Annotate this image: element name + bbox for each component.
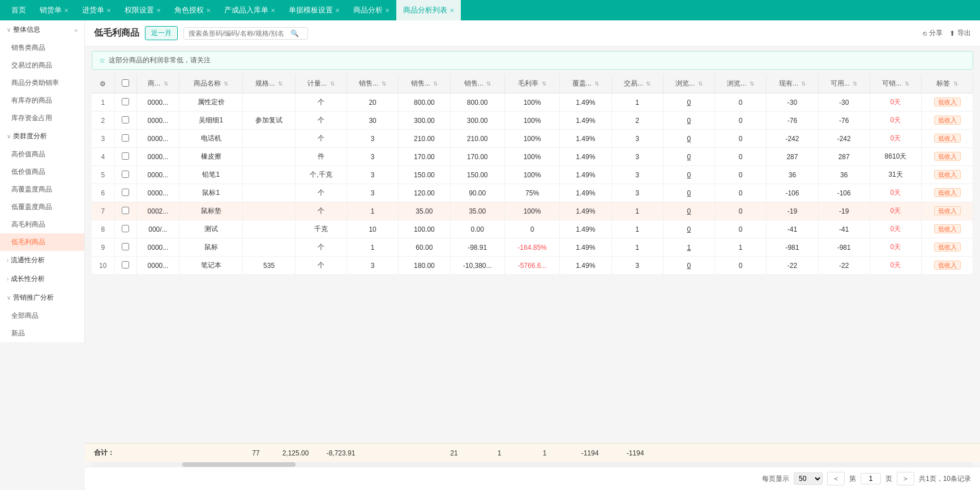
col-code[interactable]: 商... ⇅ <box>136 74 179 93</box>
row-checkbox[interactable] <box>114 257 136 275</box>
col-gross-margin[interactable]: 毛利率 ⇅ <box>504 74 559 93</box>
row-name: 测试 <box>179 220 243 238</box>
nav-item-home[interactable]: 首页 <box>5 0 33 20</box>
prev-page-button[interactable]: ＜ <box>827 472 845 485</box>
sidebar-item-high-margin[interactable]: 高毛利商品 <box>0 216 84 233</box>
scrollbar-thumb[interactable] <box>182 462 296 467</box>
nav-item-permission[interactable]: 权限设置 ✕ <box>118 0 168 20</box>
row-checkbox[interactable] <box>114 130 136 148</box>
row-unit: 个 <box>295 202 346 220</box>
sidebar-item-in-stock[interactable]: 有库存的商品 <box>0 92 84 109</box>
col-available[interactable]: 可用... ⇅ <box>818 74 870 93</box>
row-checkbox[interactable] <box>114 148 136 166</box>
row-checkbox[interactable] <box>114 238 136 257</box>
row-spec <box>243 93 295 112</box>
row-sales-profit: -10,380... <box>450 257 504 275</box>
next-page-button[interactable]: ＞ <box>897 472 914 485</box>
col-name[interactable]: 商品名称 ⇅ <box>179 74 243 93</box>
row-browse1[interactable]: 0 <box>663 148 714 166</box>
row-browse1[interactable]: 0 <box>663 93 714 112</box>
sidebar-section-marketing[interactable]: ∨ 营销推广分析 <box>0 288 84 307</box>
chevron-down-icon: ∨ <box>7 295 11 301</box>
nav-item-product-instock[interactable]: 产成品入库单 ✕ <box>217 0 282 20</box>
row-browse1[interactable]: 1 <box>663 238 714 257</box>
row-browse1[interactable]: 0 <box>663 112 714 130</box>
export-button[interactable]: ⬆ 导出 <box>949 28 971 38</box>
collapse-icon[interactable]: « <box>74 27 78 33</box>
row-coverage: 1.49% <box>560 148 611 166</box>
page-input[interactable] <box>861 473 881 484</box>
col-sales-count[interactable]: 销售... ⇅ <box>346 74 398 93</box>
horizontal-scrollbar[interactable] <box>92 462 973 467</box>
close-icon[interactable]: ✕ <box>335 7 340 14</box>
col-checkbox[interactable] <box>114 74 136 93</box>
col-settings[interactable]: ⚙ <box>92 74 114 93</box>
search-input[interactable] <box>189 29 290 37</box>
table-row: 1 0000... 属性定价 个 20 800.00 800.00 100% 1… <box>92 93 973 112</box>
per-page-select[interactable]: 50 100 200 <box>794 472 823 485</box>
sidebar-item-low-value[interactable]: 低价值商品 <box>0 163 84 181</box>
row-checkbox[interactable] <box>114 93 136 112</box>
sidebar-item-category-rate[interactable]: 商品分类助销率 <box>0 74 84 92</box>
row-sales-amount: 100.00 <box>399 220 450 238</box>
sidebar-item-low-coverage[interactable]: 低覆盖度商品 <box>0 198 84 216</box>
sidebar-section-liquidity[interactable]: › 流通性分析 <box>0 251 84 270</box>
row-gross-margin: 100% <box>504 166 559 184</box>
nav-item-sales[interactable]: 销货单 ✕ <box>33 0 75 20</box>
row-browse1[interactable]: 0 <box>663 220 714 238</box>
close-icon[interactable]: ✕ <box>450 7 454 14</box>
close-icon[interactable]: ✕ <box>156 7 161 14</box>
nav-item-purchase[interactable]: 进货单 ✕ <box>75 0 118 20</box>
col-trade[interactable]: 交易... ⇅ <box>611 74 663 93</box>
nav-item-analysis-list[interactable]: 商品分析列表 ✕ <box>396 0 461 20</box>
row-browse1[interactable]: 0 <box>663 257 714 275</box>
close-icon[interactable]: ✕ <box>385 7 390 14</box>
sidebar-section-overall[interactable]: ∨ 整体信息 « <box>0 20 84 39</box>
filter-button[interactable]: 近一月 <box>145 26 178 40</box>
select-all-checkbox[interactable] <box>122 79 129 87</box>
col-sales-profit[interactable]: 销售... ⇅ <box>450 74 504 93</box>
sidebar-section-growth[interactable]: › 成长性分析 <box>0 270 84 288</box>
col-sales-amount[interactable]: 销售... ⇅ <box>399 74 450 93</box>
col-browse1[interactable]: 浏览... ⇅ <box>663 74 714 93</box>
sidebar-section-cluster[interactable]: ∨ 类群度分析 <box>0 127 84 146</box>
sidebar-item-traded-goods[interactable]: 交易过的商品 <box>0 57 84 74</box>
sidebar-item-high-value[interactable]: 高价值商品 <box>0 146 84 163</box>
col-coverage[interactable]: 覆盖... ⇅ <box>560 74 611 93</box>
close-icon[interactable]: ✕ <box>271 7 275 14</box>
row-browse2: 1 <box>715 238 767 257</box>
sidebar-item-high-coverage[interactable]: 高覆盖度商品 <box>0 181 84 198</box>
row-checkbox[interactable] <box>114 166 136 184</box>
sidebar-item-stock-funds[interactable]: 库存资金占用 <box>0 109 84 127</box>
row-coverage: 1.49% <box>560 257 611 275</box>
row-checkbox[interactable] <box>114 184 136 202</box>
sidebar-item-all-goods[interactable]: 全部商品 <box>0 307 84 325</box>
row-browse1[interactable]: 0 <box>663 202 714 220</box>
row-browse1[interactable]: 0 <box>663 166 714 184</box>
close-icon[interactable]: ✕ <box>106 7 111 14</box>
sidebar-item-sales-goods[interactable]: 销售类商品 <box>0 39 84 57</box>
close-icon[interactable]: ✕ <box>206 7 211 14</box>
col-tag[interactable]: 标签 ⇅ <box>922 74 973 93</box>
nav-item-analysis[interactable]: 商品分析 ✕ <box>346 0 396 20</box>
share-button[interactable]: ⎋ 分享 <box>923 28 943 38</box>
table-row: 3 0000... 电话机 个 3 210.00 210.00 100% 1.4… <box>92 130 973 148</box>
sidebar-item-new-goods[interactable]: 新品 <box>0 325 84 342</box>
row-gross-margin: -5766.6... <box>504 257 559 275</box>
close-icon[interactable]: ✕ <box>64 7 69 14</box>
search-icon[interactable]: 🔍 <box>290 29 299 37</box>
nav-item-role[interactable]: 角色授权 ✕ <box>168 0 217 20</box>
row-sales-amount: 120.00 <box>399 184 450 202</box>
col-browse2[interactable]: 浏览... ⇅ <box>715 74 767 93</box>
nav-item-template[interactable]: 单据模板设置 ✕ <box>282 0 346 20</box>
col-spec[interactable]: 规格... ⇅ <box>243 74 295 93</box>
sidebar-item-low-margin[interactable]: 低毛利商品 <box>0 233 84 251</box>
row-checkbox[interactable] <box>114 220 136 238</box>
col-unit[interactable]: 计量... ⇅ <box>295 74 346 93</box>
col-saleable[interactable]: 可销... ⇅ <box>870 74 921 93</box>
row-browse1[interactable]: 0 <box>663 184 714 202</box>
col-current-stock[interactable]: 现有... ⇅ <box>767 74 818 93</box>
row-checkbox[interactable] <box>114 112 136 130</box>
row-browse1[interactable]: 0 <box>663 130 714 148</box>
row-checkbox[interactable] <box>114 202 136 220</box>
